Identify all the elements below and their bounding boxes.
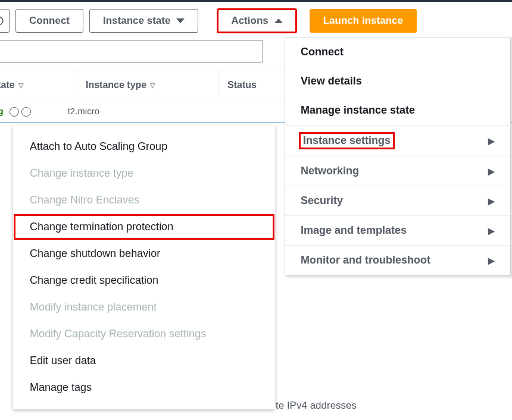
instance-state-button[interactable]: Instance state (89, 9, 198, 33)
caret-down-icon (176, 18, 185, 23)
instance-state-label: Instance state (103, 15, 170, 27)
menu-view-details[interactable]: View details (285, 67, 510, 96)
ipv4-label: te IPv4 addresses (276, 400, 357, 412)
col-instance-state[interactable]: e state ▽ (0, 71, 77, 99)
submenu-change-instance-type: Change instance type (13, 160, 275, 187)
col-instance-type[interactable]: Instance type ▽ (77, 71, 219, 99)
connect-button[interactable]: Connect (15, 9, 83, 33)
submenu-termination-protection[interactable]: Change termination protection (13, 214, 275, 240)
connect-label: Connect (29, 15, 70, 27)
submenu-capacity-reservation: Modify Capacity Reservation settings (13, 321, 275, 347)
actions-menu: Connect View details Manage instance sta… (285, 37, 511, 275)
caret-up-icon (274, 18, 283, 23)
menu-security[interactable]: Security▶ (285, 186, 510, 215)
chevron-right-icon: ▶ (488, 196, 495, 206)
submenu-attach-asg[interactable]: Attach to Auto Scaling Group (13, 133, 275, 160)
menu-image-templates[interactable]: Image and templates▶ (285, 215, 510, 245)
instance-settings-submenu: Attach to Auto Scaling Group Change inst… (13, 125, 275, 409)
actions-button[interactable]: Actions (217, 9, 296, 33)
menu-instance-settings[interactable]: Instance settings▶ (285, 125, 510, 156)
refresh-button[interactable] (0, 9, 10, 33)
submenu-edit-user-data[interactable]: Edit user data (13, 347, 275, 374)
chevron-right-icon: ▶ (488, 226, 495, 236)
sort-icon: ▽ (150, 82, 155, 89)
type-cell: t2.micro (32, 106, 99, 116)
state-cell: ning (0, 106, 4, 116)
refresh-icon (0, 15, 4, 26)
status-circle-icon (10, 107, 19, 117)
submenu-instance-placement: Modify instance placement (13, 294, 275, 321)
menu-networking[interactable]: Networking▶ (285, 156, 510, 186)
launch-instances-button[interactable]: Launch instance (310, 9, 417, 33)
menu-monitor[interactable]: Monitor and troubleshoot▶ (285, 245, 510, 275)
chevron-right-icon: ▶ (488, 256, 495, 265)
chevron-right-icon: ▶ (488, 167, 495, 176)
menu-manage-state[interactable]: Manage instance state (285, 96, 510, 125)
menu-connect[interactable]: Connect (285, 37, 510, 67)
chevron-right-icon: ▶ (488, 136, 495, 146)
submenu-manage-tags[interactable]: Manage tags (13, 374, 275, 401)
search-input[interactable] (0, 40, 263, 62)
toolbar: Connect Instance state Actions Launch in… (0, 2, 512, 40)
sort-icon: ▽ (18, 82, 23, 89)
submenu-change-nitro: Change Nitro Enclaves (13, 187, 275, 214)
submenu-shutdown-behavior[interactable]: Change shutdown behavior (13, 240, 275, 267)
status-circle-icon (21, 107, 31, 117)
actions-label: Actions (231, 15, 268, 27)
launch-label: Launch instance (323, 15, 403, 27)
submenu-credit-spec[interactable]: Change credit specification (13, 267, 275, 294)
